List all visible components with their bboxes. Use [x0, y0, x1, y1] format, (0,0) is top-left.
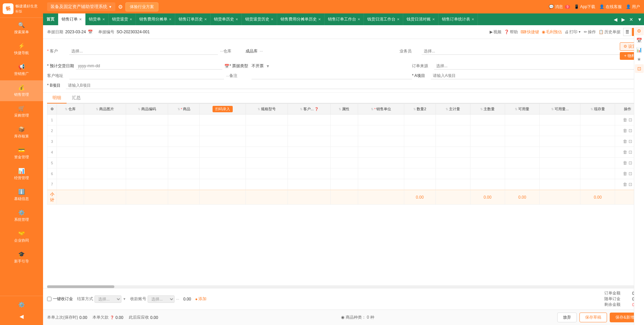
copy-row-5-btn[interactable]: ⊡ — [629, 160, 632, 165]
row-mainqty-3[interactable] — [470, 136, 505, 147]
row-attr-1[interactable] — [331, 115, 358, 125]
tab-home[interactable]: 首页 — [43, 13, 58, 25]
receipt-select[interactable]: 选择... — [148, 295, 175, 303]
row-warehouse-3[interactable] — [57, 136, 84, 147]
message-link[interactable]: 💬 消息 9 — [549, 4, 570, 10]
row-custno-7[interactable] — [288, 179, 330, 190]
sidebar-item-basicinfo[interactable]: ℹ️ 基础信息 — [0, 185, 43, 205]
delete-row-3-btn[interactable]: 🗑 — [623, 139, 627, 144]
help-btn[interactable]: ❓ 帮助 — [504, 29, 518, 35]
row-code-2[interactable] — [126, 125, 168, 136]
tab-close-all-btn[interactable]: ✕ — [627, 17, 635, 22]
tab-sales-invoice[interactable]: 销货单 ✕ — [85, 13, 109, 25]
copy-row-4-btn[interactable]: ⊡ — [629, 150, 632, 155]
remark-input[interactable] — [252, 72, 412, 79]
tab-close-sales-order[interactable]: ✕ — [79, 17, 82, 21]
row-unit-2[interactable] — [358, 125, 404, 136]
tab-order-history[interactable]: 销售订单历史 ✕ — [175, 13, 211, 25]
b-project-input[interactable] — [66, 82, 640, 89]
row-spec-3[interactable] — [245, 136, 288, 147]
delete-row-2-btn[interactable]: 🗑 — [623, 128, 627, 133]
invoice-dropdown-icon[interactable]: ▼ — [266, 64, 270, 69]
tab-sales-return[interactable]: 销货退货 ✕ — [109, 13, 136, 25]
row-unit-7[interactable] — [358, 179, 404, 190]
tab-order-workbench[interactable]: 销售订单工作台 ✕ — [325, 13, 364, 25]
sidebar-item-finance[interactable]: 💳 资金管理 — [0, 143, 43, 164]
row-unit-4[interactable] — [358, 147, 404, 158]
row-product-6[interactable] — [168, 168, 200, 179]
row-spec-1[interactable] — [245, 115, 288, 125]
sidebar-item-inventory[interactable]: 📦 库存核算 — [0, 122, 43, 143]
row-product-3[interactable] — [168, 136, 200, 147]
sidebar-item-sales[interactable]: 💰 销售管理 — [0, 80, 43, 101]
sidebar-item-search[interactable]: 🔍 搜索菜单 — [0, 18, 43, 39]
tab-prev-btn[interactable]: ◀ — [612, 17, 619, 22]
tab-close-sales-return[interactable]: ✕ — [129, 17, 132, 21]
online-service-link[interactable]: 👤 在线客服 — [599, 4, 621, 10]
sort-img-icon[interactable]: ⇅ — [96, 108, 99, 111]
row-warehouse-5[interactable] — [57, 158, 84, 168]
copy-row-3-btn[interactable]: ⊡ — [629, 139, 632, 144]
row-spec-5[interactable] — [245, 158, 288, 168]
row-code-4[interactable] — [126, 147, 168, 158]
row-code-3[interactable] — [126, 136, 168, 147]
settings-button[interactable]: ⚙ — [118, 4, 123, 10]
row-product-1[interactable] — [168, 115, 200, 125]
right-panel-calendar[interactable]: 📅 — [635, 36, 644, 45]
row-attr-6[interactable] — [331, 168, 358, 179]
tab-cash-reconcile[interactable]: 钱货日清对账 ✕ — [403, 13, 439, 25]
delete-row-1-btn[interactable]: 🗑 — [623, 117, 627, 122]
receipt-dots[interactable]: ··· — [176, 297, 179, 301]
save-draft-btn[interactable]: 保存草稿 — [579, 313, 607, 322]
sort-qty2-icon[interactable]: ⇅ — [413, 108, 416, 111]
tab-sales-order[interactable]: 销售订单 ✕ — [58, 13, 85, 25]
row-custno-3[interactable] — [288, 136, 330, 147]
calendar2-icon[interactable]: 📅 — [224, 64, 229, 69]
row-custno-2[interactable] — [288, 125, 330, 136]
th-gear[interactable]: ⚙ — [47, 104, 57, 115]
row-unit-1[interactable] — [358, 115, 404, 125]
sort-custno-icon[interactable]: ⇅ — [300, 108, 303, 111]
customer-input[interactable] — [69, 48, 218, 55]
calendar-icon[interactable]: 📅 — [88, 30, 93, 34]
sidebar-item-guide[interactable]: 🎓 新手引导 — [0, 247, 43, 268]
row-unit-6[interactable] — [358, 168, 404, 179]
sort-product-icon[interactable]: ⇅ — [178, 108, 180, 111]
right-panel-settings[interactable]: ⚙ — [635, 27, 644, 35]
sort-stock-icon[interactable]: ⇅ — [591, 108, 593, 111]
a-project-input[interactable] — [431, 72, 640, 79]
tab-detail[interactable]: 明细 — [47, 93, 67, 104]
row-warehouse-1[interactable] — [57, 115, 84, 125]
row-warehouse-6[interactable] — [57, 168, 84, 179]
tab-close-order-history[interactable]: ✕ — [204, 17, 207, 21]
address-input[interactable] — [69, 72, 224, 79]
row-qty2-6[interactable] — [404, 168, 435, 179]
row-product-7[interactable] — [168, 179, 200, 190]
sort-avail2-icon[interactable]: ⇅ — [551, 108, 554, 111]
row-mainqty-6[interactable] — [470, 168, 505, 179]
tab-invoice-history[interactable]: 销货单历史 ✕ — [211, 13, 242, 25]
sidebar-collapse[interactable]: ◀ — [0, 311, 43, 322]
tab-cash-workbench[interactable]: 钱货日清工作台 ✕ — [364, 13, 403, 25]
copy-row-1-btn[interactable]: ⊡ — [629, 117, 632, 122]
order-source-input[interactable] — [434, 63, 640, 70]
row-attr-4[interactable] — [331, 147, 358, 158]
copy-row-2-btn[interactable]: ⊡ — [629, 128, 632, 133]
sort-avail-icon[interactable]: ⇅ — [515, 108, 518, 111]
sort-unit-icon[interactable]: ⇅ — [371, 108, 374, 111]
shortcut-btn[interactable]: ⌨ 快捷键 — [521, 29, 539, 35]
row-product-2[interactable] — [168, 125, 200, 136]
right-panel-chart[interactable]: 📊 — [635, 45, 644, 54]
address-dots[interactable]: ··· — [226, 74, 229, 78]
row-attr-5[interactable] — [331, 158, 358, 168]
sidebar-item-purchase[interactable]: 🛒 采购管理 — [0, 101, 43, 122]
tab-close-sales-stats[interactable]: ✕ — [471, 17, 474, 21]
row-unit-3[interactable] — [358, 136, 404, 147]
user-menu[interactable]: 👤 用户 — [626, 4, 640, 10]
row-warehouse-2[interactable] — [57, 125, 84, 136]
delete-row-5-btn[interactable]: 🗑 — [623, 160, 627, 165]
row-spec-6[interactable] — [245, 168, 288, 179]
sidebar-item-enterprise[interactable]: 🤝 企业协同 — [0, 226, 43, 247]
row-spec-2[interactable] — [245, 125, 288, 136]
row-warehouse-4[interactable] — [57, 147, 84, 158]
